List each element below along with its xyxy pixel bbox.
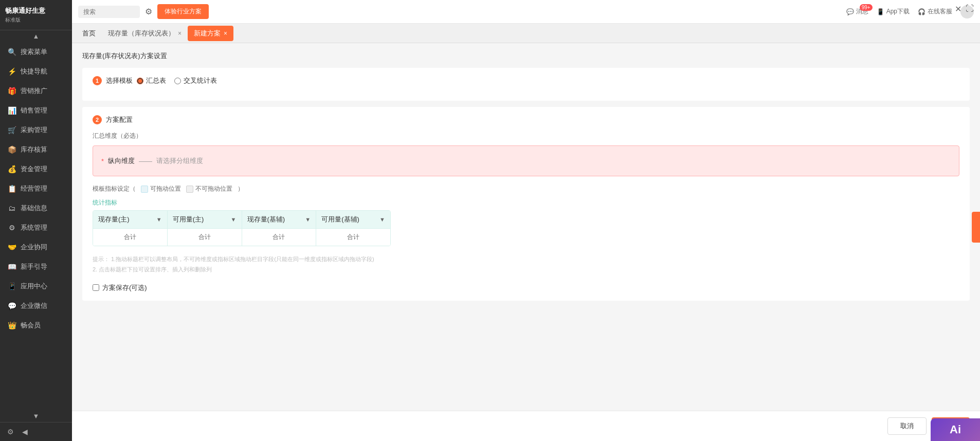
sidebar-item-quick-nav[interactable]: ⚡ 快捷导航 (0, 62, 72, 81)
stats-cell-0: 合计 (93, 229, 168, 246)
message-button[interactable]: 💬 消息 99+ (846, 7, 868, 16)
app-download-button[interactable]: 📱 App下载 (877, 7, 910, 16)
sidebar-item-guide[interactable]: 📖 新手引导 (0, 257, 72, 277)
sidebar-item-basic-info[interactable]: 🗂 基础信息 (0, 198, 72, 218)
settings-footer-icon[interactable]: ⚙ (7, 428, 14, 436)
sidebar-item-system[interactable]: ⚙ 系统管理 (0, 218, 72, 237)
sidebar-item-corp[interactable]: 🤝 企业协同 (0, 237, 72, 257)
radio-cross[interactable]: 交叉统计表 (174, 76, 217, 85)
save-checkbox[interactable] (93, 284, 99, 291)
gift-icon: 🎁 (7, 87, 16, 95)
tips-section: 提示： 1.拖动标题栏可以调整布局，不可跨维度或指标区域拖动栏目字段(只能在同一… (93, 254, 959, 275)
step1-section: 1 选择模板 汇总表 交叉统计表 (82, 68, 970, 101)
money-icon: 💰 (7, 165, 16, 173)
sidebar-item-finance[interactable]: 💰 资金管理 (0, 159, 72, 179)
asterisk-icon: * (101, 157, 104, 165)
folder-icon: 🗂 (7, 204, 16, 212)
search-input[interactable] (78, 6, 140, 18)
dimension-box: * 纵向维度 —— 请选择分组维度 (93, 145, 959, 176)
sidebar-item-label: 畅会员 (21, 321, 41, 330)
sidebar-scroll-up[interactable]: ▲ (0, 30, 72, 42)
stats-col-2-dropdown[interactable]: ▼ (305, 216, 311, 223)
cancel-button[interactable]: 取消 (887, 417, 927, 435)
step2-section: 2 方案配置 汇总维度（必选） * 纵向维度 —— 请选择分组维度 模板指标设定… (82, 107, 970, 301)
app-download-icon: 📱 (877, 8, 884, 15)
fixed-box-icon (186, 186, 193, 193)
crown-icon: 👑 (7, 321, 16, 329)
sidebar-item-label: 应用中心 (21, 282, 47, 291)
app-version: 标准版 (5, 16, 67, 24)
stats-table-row: 合计 合计 合计 合计 (93, 228, 390, 246)
stats-col-3-label: 可用量(基辅) (321, 215, 359, 224)
sidebar-item-label: 快捷导航 (21, 67, 47, 76)
sidebar-item-label: 营销推广 (21, 86, 47, 96)
sidebar-item-label: 销售管理 (21, 106, 47, 115)
tips-title: 提示： 1.拖动标题栏可以调整布局，不可跨维度或指标区域拖动栏目字段(只能在同一… (93, 254, 959, 265)
online-service-button[interactable]: 🎧 在线客服 (918, 7, 952, 16)
dimension-dash: —— (139, 157, 152, 165)
sidebar-item-label: 采购管理 (21, 125, 47, 135)
expand-button[interactable]: ⛶ (966, 4, 974, 14)
dimension-row: * 纵向维度 —— 请选择分组维度 (101, 156, 951, 166)
stats-col-1-dropdown[interactable]: ▼ (231, 216, 237, 223)
step2-title: 方案配置 (106, 115, 133, 124)
page-title: 现存量(库存状况表)方案设置 (82, 51, 970, 61)
step2-badge: 2 (93, 115, 102, 124)
tab-inventory-status[interactable]: 现存量（库存状况表） × (102, 26, 188, 41)
fixed-label: 不可拖动位置 (195, 185, 232, 193)
radio-cross-label: 交叉统计表 (184, 76, 217, 85)
sidebar-item-app-center[interactable]: 📱 应用中心 (0, 277, 72, 296)
close-button[interactable]: ✕ (955, 4, 961, 14)
sidebar: 畅康通好生意 标准版 ▲ 🔍 搜索菜单 ⚡ 快捷导航 🎁 营销推广 📊 销售管理… (0, 0, 72, 441)
stats-col-0-label: 现存量(主) (98, 215, 130, 224)
sidebar-item-label: 系统管理 (21, 223, 47, 232)
app-name: 畅康通好生意 (5, 6, 67, 15)
sidebar-item-inventory[interactable]: 📦 库存核算 (0, 140, 72, 159)
dimension-placeholder[interactable]: 请选择分组维度 (156, 156, 203, 166)
gear-icon: ⚙ (7, 224, 16, 232)
right-edge-hint[interactable] (972, 212, 980, 243)
stats-col-0-dropdown[interactable]: ▼ (156, 216, 162, 223)
search-icon: 🔍 (7, 48, 16, 56)
sidebar-item-label: 企业微信 (21, 301, 47, 310)
stats-col-1-label: 可用量(主) (173, 215, 204, 224)
radio-summary[interactable]: 汇总表 (137, 76, 166, 85)
tab-inventory-close[interactable]: × (178, 30, 182, 37)
radio-summary-input[interactable] (137, 78, 143, 84)
tab-new-scheme-label: 新建方案 (194, 29, 221, 38)
required-hint: 汇总维度（必选） (93, 132, 959, 140)
movable-box-icon (141, 186, 148, 193)
stats-cell-1: 合计 (168, 229, 242, 246)
legend-movable: 可拖动位置 (141, 185, 181, 193)
sidebar-item-sales[interactable]: 📊 销售管理 (0, 101, 72, 120)
operations-icon: 📋 (7, 185, 16, 193)
sidebar-item-search[interactable]: 🔍 搜索菜单 (0, 42, 72, 62)
step2-header: 2 方案配置 (93, 115, 959, 124)
sidebar-item-wechat[interactable]: 💬 企业微信 (0, 296, 72, 316)
radio-cross-input[interactable] (174, 78, 181, 84)
topbar-settings-icon[interactable]: ⚙ (145, 7, 152, 16)
box-icon: 📦 (7, 145, 16, 154)
sidebar-item-label: 经营管理 (21, 184, 47, 193)
sidebar-item-member[interactable]: 👑 畅会员 (0, 316, 72, 335)
trial-button[interactable]: 体验行业方案 (157, 4, 209, 19)
app-download-label: App下载 (886, 7, 910, 16)
sidebar-item-marketing[interactable]: 🎁 营销推广 (0, 81, 72, 101)
cart-icon: 🛒 (7, 126, 16, 134)
step1-header: 1 选择模板 汇总表 交叉统计表 (93, 76, 959, 85)
tab-home[interactable]: 首页 (76, 26, 102, 41)
book-icon: 📖 (7, 263, 16, 271)
sidebar-scroll-down[interactable]: ▼ (0, 410, 72, 422)
ai-badge[interactable]: Ai (931, 418, 980, 441)
window-controls: ✕ ⛶ (955, 4, 974, 14)
tab-home-label: 首页 (82, 29, 96, 38)
step1-title: 选择模板 (106, 76, 133, 85)
sidebar-item-operations[interactable]: 📋 经营管理 (0, 179, 72, 198)
stats-section: 统计指标 现存量(主) ▼ 可用量(主) ▼ (93, 198, 959, 246)
tab-new-scheme-close[interactable]: × (224, 30, 227, 37)
service-icon: 🎧 (918, 8, 925, 15)
tab-new-scheme[interactable]: 新建方案 × (188, 26, 233, 41)
stats-col-3-dropdown[interactable]: ▼ (379, 216, 385, 223)
sidebar-item-purchase[interactable]: 🛒 采购管理 (0, 120, 72, 140)
collapse-icon[interactable]: ◀ (22, 428, 28, 436)
